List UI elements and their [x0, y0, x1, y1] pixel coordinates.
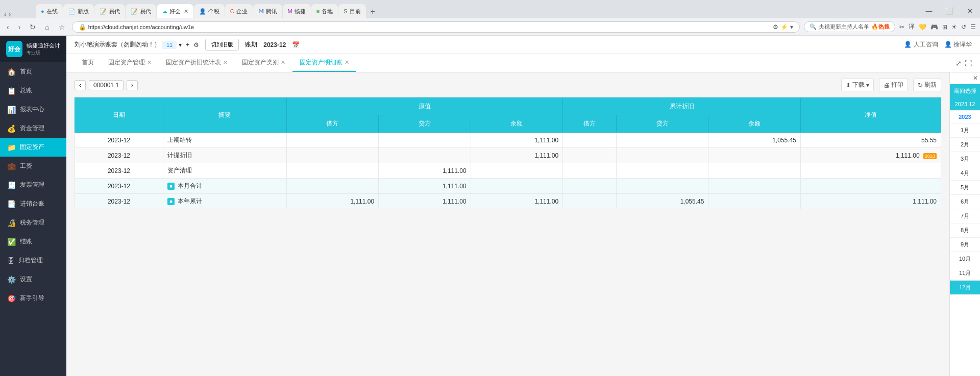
dropdown-icon: ▾ [790, 23, 793, 31]
page-tab-asset-category[interactable]: 固定资产类别 ✕ [235, 54, 292, 72]
tab-muqian[interactable]: S 目前 [338, 4, 365, 18]
browser-tab-bar: ‹ › ● 在线 📄 新版 📝 易代 📝 易代 ☁ 好会 ✕ 👤 个税 [0, 0, 980, 18]
switch-old-version-btn[interactable]: 切到旧版 [205, 39, 239, 51]
period-item-jun[interactable]: 6月 [950, 195, 980, 209]
row4-orig-credit: 1,111.00 [379, 179, 471, 194]
row3-acc-debit [563, 163, 617, 179]
translate-icon: 译 [909, 22, 915, 31]
browser-forward-btn[interactable]: › [9, 10, 11, 18]
page-tab-ledger-close[interactable]: ✕ [345, 59, 349, 66]
sidebar-item-funds[interactable]: 💰 资金管理 [0, 119, 66, 138]
period-item-oct[interactable]: 10月 [950, 252, 980, 266]
new-tab-btn[interactable]: + [366, 5, 379, 18]
sidebar-item-tax[interactable]: 🔏 税务管理 [0, 213, 66, 232]
sidebar-item-payroll[interactable]: 💼 工资 [0, 157, 66, 176]
sidebar-item-reports[interactable]: 📊 报表中心 [0, 100, 66, 119]
sidebar-item-invoice[interactable]: 🧾 发票管理 [0, 176, 66, 194]
bookmark-btn[interactable]: ☆ [56, 22, 68, 32]
subtotal-year-icon: ■ [167, 198, 175, 205]
calendar-icon[interactable]: 📅 [292, 41, 300, 48]
account-info: 刘小艳演示账套（勿删勿动！） 11 ▾ + ⚙ [75, 40, 199, 49]
dropdown-account-icon[interactable]: ▾ [179, 41, 182, 48]
maximize-btn[interactable]: ⬜ [939, 3, 960, 18]
account-name: 刘小艳演示账套（勿删勿动！） [75, 40, 160, 49]
page-tab-dep-stats-close[interactable]: ✕ [223, 59, 228, 66]
period-panel-close-btn[interactable]: ✕ [973, 74, 978, 82]
reload-btn[interactable]: ↻ [27, 22, 38, 32]
forward-btn[interactable]: › [16, 22, 23, 32]
page-tab-asset-ledger[interactable]: 固定资产明细账 ✕ [292, 54, 356, 72]
add-account-btn[interactable]: + [186, 41, 189, 48]
row5-date: 2023-12 [75, 194, 163, 209]
back-btn[interactable]: ‹ [4, 22, 12, 32]
main-content: 刘小艳演示账套（勿删勿动！） 11 ▾ + ⚙ 切到旧版 账期 2023-12 … [66, 36, 980, 376]
address-bar[interactable]: 🔒 https://cloud.chanjet.com/accounting/u… [72, 21, 800, 33]
search-box[interactable]: 🔍 央视更新主持人名单 🔥热搜 [804, 21, 895, 32]
period-item-may[interactable]: 5月 [950, 181, 980, 195]
sidebar-item-close[interactable]: ✅ 结账 [0, 232, 66, 251]
period-item-mar[interactable]: 3月 [950, 152, 980, 166]
tab-gedi[interactable]: ≡ 各地 [311, 4, 338, 18]
page-tab-assets-mgmt[interactable]: 固定资产管理 ✕ [101, 54, 159, 72]
tab-haohui-close[interactable]: ✕ [184, 8, 188, 15]
period-item-jan[interactable]: 1月 [950, 123, 980, 138]
tab-yidai1[interactable]: 📝 易代 [94, 4, 125, 18]
page-tab-category-close[interactable]: ✕ [281, 59, 285, 66]
tab-online[interactable]: ● 在线 [36, 4, 63, 18]
th-orig-credit: 贷方 [379, 115, 471, 133]
th-acc-credit: 贷方 [616, 115, 708, 133]
home-btn[interactable]: ⌂ [42, 22, 52, 32]
period-item-aug[interactable]: 8月 [950, 223, 980, 238]
tab-tencent[interactable]: 𝕄 腾讯 [253, 4, 282, 18]
tab-haohui[interactable]: ☁ 好会 ✕ [157, 4, 193, 18]
tab-yidai2[interactable]: 📝 易代 [126, 4, 156, 18]
badge-count: 11 [162, 41, 177, 49]
period-item-jul[interactable]: 7月 [950, 209, 980, 223]
expand-icon[interactable]: ⤢ [955, 59, 962, 67]
ai-consult-btn[interactable]: 👤 人工咨询 [904, 40, 938, 49]
fullscreen-icon[interactable]: ⛶ [965, 59, 972, 67]
sidebar-item-purchase-sales[interactable]: 📑 进销台账 [0, 194, 66, 213]
sidebar-item-general-ledger[interactable]: 📋 总账 [0, 81, 66, 100]
sidebar-item-home[interactable]: 🏠 首页 [0, 62, 66, 81]
ledger-controls: ‹ 000001 1 › ⬇ 下载 ▾ [75, 79, 941, 91]
page-tab-assets-mgmt-close[interactable]: ✕ [147, 59, 152, 66]
period-item-2023-12[interactable]: 2023.12 [950, 98, 980, 111]
close-btn[interactable]: ✕ [960, 3, 980, 18]
period-item-feb[interactable]: 2月 [950, 138, 980, 152]
page-tab-home[interactable]: 首页 [75, 54, 101, 72]
page-tab-depreciation-stats[interactable]: 固定资产折旧统计表 ✕ [159, 54, 235, 72]
tab-geshui[interactable]: 👤 个税 [194, 4, 225, 18]
settings-account-btn[interactable]: ⚙ [193, 41, 199, 48]
tab-changjie[interactable]: M 畅捷 [283, 4, 311, 18]
ledger-main: ‹ 000001 1 › ⬇ 下载 ▾ [66, 72, 949, 376]
period-item-apr[interactable]: 4月 [950, 166, 980, 181]
sidebar-item-fixed-assets[interactable]: 📁 固定资产 [0, 138, 66, 157]
sidebar-item-guide[interactable]: 🎯 新手引导 [0, 289, 66, 308]
browser-back-btn[interactable]: ‹ [4, 10, 7, 18]
print-btn[interactable]: 🖨 打印 [879, 79, 908, 91]
sidebar-item-settings[interactable]: ⚙️ 设置 [0, 270, 66, 289]
row1-orig-debit [286, 133, 378, 148]
period-item-sep[interactable]: 9月 [950, 238, 980, 252]
close-period-icon: ✅ [7, 238, 16, 246]
row1-orig-credit [379, 133, 471, 148]
tab-qiye[interactable]: C 企业 [225, 4, 253, 18]
th-net-value: 净值 [800, 98, 941, 133]
tab-new[interactable]: 📄 新版 [63, 4, 94, 18]
content-area: ‹ 000001 1 › ⬇ 下载 ▾ [66, 72, 980, 376]
minimize-btn[interactable]: — [919, 3, 939, 18]
next-page-btn[interactable]: › [127, 80, 138, 90]
period-item-2023[interactable]: 2023 [950, 111, 980, 123]
grid-icon: ⊞ [942, 23, 947, 31]
period-item-nov[interactable]: 11月 [950, 266, 980, 281]
period-item-dec[interactable]: 12月 [950, 281, 980, 295]
refresh-btn[interactable]: ↻ 刷新 [913, 79, 941, 91]
sidebar-item-archive[interactable]: 🗄 归档管理 [0, 251, 66, 270]
address-text: https://cloud.chanjet.com/accounting/uw1… [88, 24, 771, 30]
download-btn[interactable]: ⬇ 下载 ▾ [841, 79, 874, 91]
row4-acc-credit [616, 179, 708, 194]
user-menu-btn[interactable]: 👤 徐译华 [944, 40, 972, 49]
row5-acc-balance [708, 194, 800, 209]
prev-page-btn[interactable]: ‹ [75, 80, 86, 90]
